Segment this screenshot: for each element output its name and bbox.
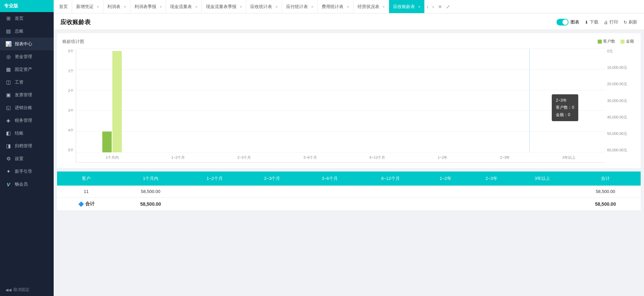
x-label-m2-3: 2~3个月 <box>237 155 251 160</box>
tab-expense-stat[interactable]: 费用统计表 × <box>318 0 353 13</box>
chart-section: 账龄统计图 客户数 金额 5个 4个 3个 2个 1个 <box>57 33 641 168</box>
bar-group-m1 <box>102 51 122 152</box>
tab-close-ap-stat[interactable]: × <box>311 5 313 9</box>
tab-biz-stat[interactable]: 经营状况表 × <box>354 0 389 13</box>
col-header-customer: 客户 <box>57 171 115 186</box>
payroll-icon: ◫ <box>5 79 11 85</box>
col-header-m2-3: 2~3个月 <box>244 171 301 186</box>
sidebar-item-assets[interactable]: ▦ 固定资产 <box>0 63 54 76</box>
tab-home[interactable]: 首页 <box>55 0 72 13</box>
data-table: 客户 1个月内 1~2个月 2~3个月 3~6个月 6~12个月 1~2年 2~… <box>57 171 641 211</box>
chart-area: 5个 4个 3个 2个 1个 0个 <box>62 49 635 163</box>
gear-icon: ⚙ <box>5 156 11 162</box>
tab-next-button[interactable]: › <box>430 0 436 13</box>
tab-cashflow[interactable]: 现金流量表 × <box>166 0 202 13</box>
print-button[interactable]: 🖨 打印 <box>604 19 618 25</box>
y-axis-left: 5个 4个 3个 2个 1个 0个 <box>62 49 76 163</box>
tab-close-ar-stat[interactable]: × <box>275 5 277 9</box>
total-m1: 58,500.00 <box>115 198 186 211</box>
total-y1-2 <box>423 198 469 211</box>
tab-profit[interactable]: 利润表 × <box>103 0 130 13</box>
page-header: 应收账龄表 图表 ⬇ 下载 🖨 打印 ↻ 刷新 <box>54 13 644 30</box>
y-right-label-20000: 20,000.00元 <box>607 82 627 87</box>
sidebar-item-guide[interactable]: ✦ 新手引导 <box>0 165 54 178</box>
total-m2-3 <box>244 198 301 211</box>
sidebar-item-archive[interactable]: ◨ 归档管理 <box>0 140 54 152</box>
ledger-icon: ▤ <box>5 28 11 34</box>
tab-close-cashflow[interactable]: × <box>195 5 197 9</box>
tab-profit-quarter[interactable]: 利润表季报 × <box>130 0 166 13</box>
y-right-label-10000: 10,000.00元 <box>607 65 627 70</box>
col-header-y3plus: 3年以上 <box>514 171 570 186</box>
chart-toggle[interactable] <box>556 19 569 26</box>
tab-expand-button[interactable]: ⤢ <box>444 0 452 13</box>
download-button[interactable]: ⬇ 下载 <box>585 19 598 25</box>
sidebar-item-member[interactable]: V 畅会员 <box>0 178 54 191</box>
tab-close-biz-stat[interactable]: × <box>383 5 385 9</box>
chart-toggle-group: 图表 <box>556 19 579 26</box>
cell-m2-3 <box>244 186 301 198</box>
cell-m3-6 <box>301 186 359 198</box>
cell-m1-2 <box>186 186 244 198</box>
sidebar-item-invoice[interactable]: ▣ 发票管理 <box>0 89 54 101</box>
tab-ap-stat[interactable]: 应付统计表 × <box>282 0 318 13</box>
total-y3plus <box>514 198 570 211</box>
sidebar-item-ledger[interactable]: ▤ 总账 <box>0 25 54 38</box>
x-label-y2-3: 2~3年 <box>500 155 510 160</box>
x-labels: 1个月内 1~2个月 2~3个月 3~6个月 6~12个月 1~2年 2~3年 … <box>76 152 605 162</box>
legend-amount-dot <box>621 40 625 44</box>
tab-ar-stat[interactable]: 应收统计表 × <box>246 0 282 13</box>
refresh-icon: ↻ <box>624 20 627 25</box>
cell-y1-2 <box>423 186 469 198</box>
tab-close-ar-aging[interactable]: × <box>418 5 420 9</box>
sidebar-item-close[interactable]: ◧ 结账 <box>0 127 54 140</box>
y-left-label-0: 0个 <box>68 49 74 54</box>
guide-icon: ✦ <box>5 168 11 175</box>
sidebar-item-reports[interactable]: 📊 报表中心 <box>0 38 54 50</box>
member-icon: V <box>5 182 11 187</box>
hover-line <box>529 49 530 152</box>
tab-prev-button[interactable]: ‹ <box>425 0 430 13</box>
sidebar-item-tax[interactable]: ◈ 税务管理 <box>0 114 54 127</box>
y-right-label-40000: 40,000.00元 <box>607 115 627 120</box>
legend-customers-dot <box>598 40 602 44</box>
tab-close-cashflow-quarter[interactable]: × <box>240 5 242 9</box>
y-left-label-1: 1个 <box>68 68 74 73</box>
tab-voucher[interactable]: 新增凭证 × <box>72 0 103 13</box>
y-right-label-60000: 60,000.00元 <box>607 148 627 153</box>
refresh-button[interactable]: ↻ 刷新 <box>624 19 637 25</box>
tab-ar-aging[interactable]: 应收账龄表 × <box>389 0 425 13</box>
table-total-row: 🔷 合计 58,500.00 58,500.00 <box>57 198 641 211</box>
cell-total: 58,500.00 <box>570 186 641 198</box>
tab-close-profit[interactable]: × <box>124 5 126 9</box>
sidebar-item-home[interactable]: ⊞ 首页 <box>0 12 54 25</box>
x-label-m1-2: 1~2个月 <box>171 155 185 160</box>
col-header-m3-6: 3~6个月 <box>301 171 359 186</box>
tab-close-profit-quarter[interactable]: × <box>160 5 162 9</box>
bars-container <box>76 49 605 152</box>
unpin-icon: ◀◀ <box>5 288 11 292</box>
y-right-label-50000: 50,000.00元 <box>607 131 627 136</box>
tab-close-all-button[interactable]: ✕ <box>436 0 444 13</box>
tab-bar: 首页 新增凭证 × 利润表 × 利润表季报 × 现金流量表 × 现金流量表季报 … <box>54 0 644 13</box>
tab-close-expense-stat[interactable]: × <box>347 5 349 9</box>
sidebar-item-sales[interactable]: ◱ 进销台账 <box>0 101 54 114</box>
sidebar-item-settings[interactable]: ⚙ 设置 <box>0 152 54 165</box>
sidebar-unpin-button[interactable]: ◀◀ 取消固定 <box>0 284 54 296</box>
tab-cashflow-quarter[interactable]: 现金流量表季报 × <box>202 0 246 13</box>
col-header-y1-2: 1~2年 <box>423 171 469 186</box>
cell-y2-3 <box>469 186 515 198</box>
table-section: 客户 1个月内 1~2个月 2~3个月 3~6个月 6~12个月 1~2年 2~… <box>57 171 641 211</box>
col-header-total: 合计 <box>570 171 641 186</box>
tab-close-voucher[interactable]: × <box>97 5 99 9</box>
total-m1-2 <box>186 198 244 211</box>
page-actions: 图表 ⬇ 下载 🖨 打印 ↻ 刷新 <box>556 19 637 26</box>
download-icon: ⬇ <box>585 20 588 25</box>
total-m3-6 <box>301 198 359 211</box>
y-axis-right: 60,000.00元 50,000.00元 40,000.00元 30,000.… <box>605 49 635 163</box>
sidebar-item-funds[interactable]: ◎ 资金管理 <box>0 50 54 63</box>
sidebar-item-payroll[interactable]: ◫ 工资 <box>0 76 54 89</box>
toggle-label: 图表 <box>571 19 579 25</box>
total-label: 🔷 合计 <box>60 201 113 207</box>
total-icon: 🔷 <box>78 201 84 207</box>
